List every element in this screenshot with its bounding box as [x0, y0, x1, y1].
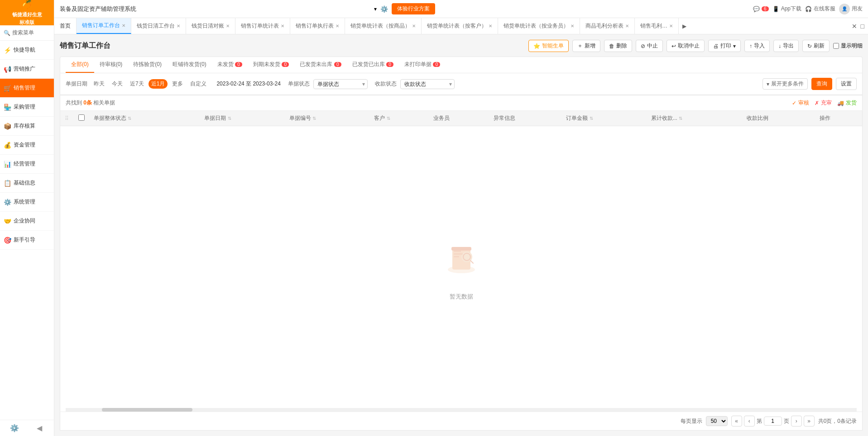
- tab-close-sales-exec[interactable]: ✕: [336, 24, 339, 28]
- tab-close-cash-reconcile[interactable]: ✕: [226, 24, 230, 28]
- filter-tab-unshipped[interactable]: 未发货 0: [212, 57, 248, 73]
- sort-arrows-status[interactable]: ⇅: [128, 116, 131, 121]
- date-opt-custom[interactable]: 自定义: [187, 79, 209, 89]
- expand-conditions-btn[interactable]: ▾ 展开更多条件: [762, 78, 808, 90]
- sidebar-item-enterprise[interactable]: 🤝 企业协同: [0, 212, 54, 231]
- date-opt-7days[interactable]: 近7天: [127, 79, 147, 89]
- sidebar-item-marketing[interactable]: 📢 营销推广: [0, 60, 54, 79]
- new-guide-icon: 🎯: [4, 237, 11, 244]
- tab-cash-reconcile[interactable]: 钱货日清对账 ✕: [186, 18, 235, 34]
- tab-gross-profit[interactable]: 商品毛利分析表 ✕: [580, 18, 635, 34]
- export-btn[interactable]: ↓ 导出: [773, 40, 799, 52]
- page-prev-btn[interactable]: ‹: [744, 416, 755, 427]
- page-number-input[interactable]: [764, 417, 782, 426]
- filter-tab-pending-check[interactable]: 待拣验货(0): [128, 57, 167, 73]
- horizontal-scrollbar[interactable]: [66, 408, 857, 412]
- tab-sales-gross[interactable]: 销售毛利… ✕: [635, 18, 679, 34]
- smart-btn[interactable]: ⭐ 智能生单: [528, 40, 569, 52]
- dropdown-arrow[interactable]: ▾: [374, 6, 377, 12]
- tab-actions: ✕ □: [848, 18, 868, 34]
- scrollbar-thumb[interactable]: [102, 408, 192, 412]
- filter-tab-shipped-out[interactable]: 已发货已出库 0: [347, 57, 399, 73]
- add-btn[interactable]: ＋ 新增: [572, 40, 600, 52]
- filter-tab-all[interactable]: 全部(0): [66, 57, 94, 73]
- industry-btn[interactable]: 体验行业方案: [392, 3, 435, 14]
- sort-arrows-customer[interactable]: ⇅: [387, 116, 390, 121]
- sidebar-item-quick-nav[interactable]: ⚡ 快捷导航: [0, 41, 54, 60]
- date-opt-yesterday[interactable]: 昨天: [91, 79, 107, 89]
- filter-tab-wangpu-ship[interactable]: 旺铺待发货(0): [167, 57, 212, 73]
- th-number: 单据编号 ⇅: [285, 111, 370, 126]
- sort-arrows-date[interactable]: ⇅: [228, 116, 231, 121]
- tab-close-goods-product[interactable]: ✕: [412, 24, 416, 28]
- filter-tab-unprinted[interactable]: 未打印单据 0: [399, 57, 446, 73]
- tab-goods-customer[interactable]: 销货单统计表（按客户） ✕: [422, 18, 498, 34]
- sort-arrows-accumulated[interactable]: ⇅: [679, 116, 682, 121]
- payment-select[interactable]: 收款状态: [400, 79, 455, 89]
- refresh-btn[interactable]: ↻ 刷新: [802, 40, 830, 52]
- tab-cash-daily[interactable]: 钱货日清工作台 ✕: [131, 18, 186, 34]
- header-settings-btn[interactable]: ⚙️: [380, 5, 388, 13]
- page-next-btn[interactable]: ›: [791, 416, 802, 427]
- cancel-suspend-btn[interactable]: ↩ 取消中止: [667, 40, 705, 52]
- sidebar-item-finance[interactable]: 💰 资金管理: [0, 136, 54, 155]
- sidebar-item-purchase[interactable]: 🏪 采购管理: [0, 98, 54, 117]
- date-opt-more[interactable]: 更多: [169, 79, 186, 89]
- filter-tab-pending-review[interactable]: 待审核(0): [94, 57, 128, 73]
- tab-close-sales-stats[interactable]: ✕: [281, 24, 284, 28]
- expand-icon: ▾: [767, 81, 769, 87]
- tab-maximize-btn[interactable]: □: [861, 23, 864, 30]
- tab-more-btn[interactable]: ▶: [679, 18, 690, 34]
- filter-tab-overdue-unshipped[interactable]: 到期未发货 0: [248, 57, 294, 73]
- tab-close-goods-customer[interactable]: ✕: [489, 24, 492, 28]
- select-all-checkbox[interactable]: [78, 114, 85, 121]
- sidebar-item-operations[interactable]: 📊 经营管理: [0, 155, 54, 174]
- sidebar-search[interactable]: 🔍 搜索菜单: [0, 25, 54, 41]
- sidebar-item-inventory[interactable]: 📦 库存核算: [0, 117, 54, 136]
- suspend-btn[interactable]: ⊘ 中止: [636, 40, 663, 52]
- status-select[interactable]: 单据状态: [313, 79, 368, 89]
- reject-action-btn[interactable]: ✗ 充审: [815, 99, 832, 107]
- approve-action-btn[interactable]: ✓ 审核: [792, 99, 809, 107]
- message-btn[interactable]: 💬 6: [753, 6, 769, 12]
- tab-close-cash-daily[interactable]: ✕: [177, 24, 180, 28]
- online-service-btn[interactable]: 🎧 在线客服: [805, 5, 835, 13]
- collapse-btn[interactable]: ◀: [29, 424, 51, 432]
- payment-select-wrap: 收款状态: [400, 79, 455, 89]
- page-last-btn[interactable]: »: [804, 416, 815, 427]
- tab-home[interactable]: 首页: [54, 18, 77, 34]
- filter-settings-btn[interactable]: 设置: [836, 78, 857, 90]
- tab-close-sales-gross[interactable]: ✕: [669, 24, 673, 28]
- date-opt-month[interactable]: 近1月: [149, 79, 168, 89]
- delete-btn[interactable]: 🗑 删除: [604, 40, 632, 52]
- logo-icon: 🍊: [21, 0, 33, 10]
- print-btn[interactable]: 🖨 打印 ▾: [708, 40, 741, 52]
- sort-arrows-number[interactable]: ⇅: [312, 116, 316, 121]
- sidebar-item-sales[interactable]: 🛒 销售管理: [0, 79, 54, 98]
- tab-close-goods-salesman[interactable]: ✕: [571, 24, 574, 28]
- sidebar-item-basic-info[interactable]: 📋 基础信息: [0, 174, 54, 193]
- app-download-btn[interactable]: 📱 App下载: [772, 5, 801, 13]
- tab-sales-stats[interactable]: 销售订单统计表 ✕: [235, 18, 290, 34]
- ship-action-btn[interactable]: 🚚 发货: [837, 99, 857, 107]
- detail-checkbox-input[interactable]: [833, 43, 839, 49]
- date-opt-today[interactable]: 今天: [109, 79, 125, 89]
- sidebar-item-new-guide[interactable]: 🎯 新手引导: [0, 231, 54, 250]
- settings-bottom-btn[interactable]: ⚙️: [4, 424, 25, 432]
- tab-close-gross-profit[interactable]: ✕: [625, 24, 629, 28]
- user-btn[interactable]: 👤 用友: [839, 4, 863, 14]
- tab-goods-salesman[interactable]: 销货单统计表（按业务员） ✕: [498, 18, 580, 34]
- tab-sales-exec[interactable]: 销售订单执行表 ✕: [290, 18, 345, 34]
- filter-tab-shipped-not-out[interactable]: 已发货未出库 0: [294, 57, 346, 73]
- show-detail-checkbox[interactable]: 显示明细: [833, 42, 863, 50]
- tab-close-sales-workbench[interactable]: ✕: [122, 23, 125, 28]
- tab-sales-workbench[interactable]: 销售订单工作台 ✕: [77, 18, 131, 34]
- sidebar-item-system-mgmt[interactable]: ⚙️ 系统管理: [0, 193, 54, 212]
- import-btn[interactable]: ↑ 导入: [744, 40, 770, 52]
- sort-arrows-amount[interactable]: ⇅: [590, 116, 593, 121]
- tab-close-all-btn[interactable]: ✕: [852, 23, 857, 30]
- query-btn[interactable]: 查询: [811, 78, 832, 90]
- page-size-select[interactable]: 50: [706, 416, 728, 426]
- page-first-btn[interactable]: «: [731, 416, 742, 427]
- tab-goods-product[interactable]: 销货单统计表（按商品） ✕: [345, 18, 422, 34]
